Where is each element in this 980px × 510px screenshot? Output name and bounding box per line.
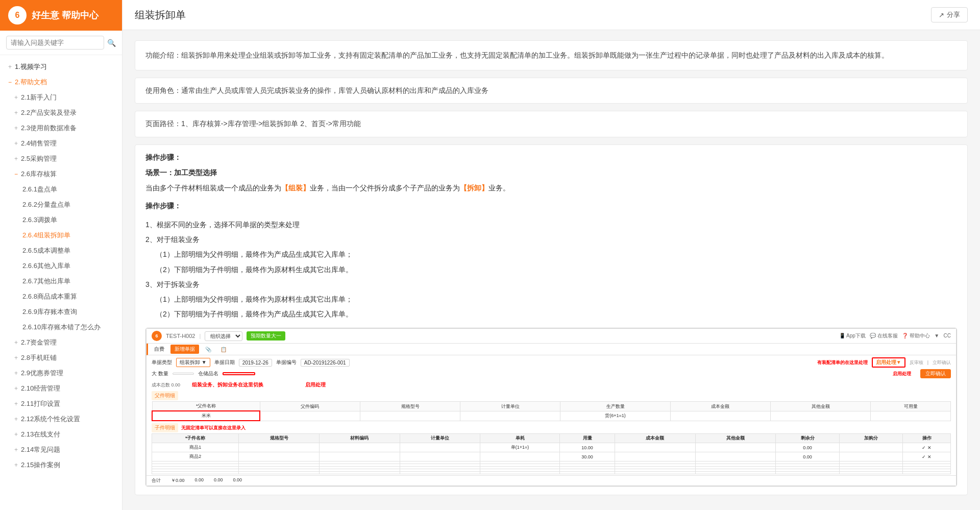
annotation-switch: 组装业务、拆卸业务在这里切换 — [192, 382, 263, 387]
sidebar-item-finance[interactable]: + 2.7资金管理 — [0, 335, 122, 350]
sidebar-item-purchase[interactable]: + 2.5采购管理 — [0, 151, 122, 166]
expand-icon: + — [14, 354, 18, 361]
sidebar-item-operations[interactable]: + 2.10经营管理 — [0, 381, 122, 396]
sidebar-item-label: 2.1新手入门 — [21, 93, 57, 102]
scene1-desc: 当由多个子件材料组装成一个成品的业务为【组装】业务，当由一个父件拆分成多个子产品… — [145, 182, 957, 195]
sidebar-item-label: 2.13在线支付 — [21, 430, 60, 439]
app-new-btn[interactable]: 预期数量大一 — [247, 331, 285, 341]
form-type-value[interactable]: 组装拆卸 ▼ — [176, 358, 210, 367]
app-tab-icon2[interactable]: 📋 — [217, 346, 230, 353]
sidebar-item-docs[interactable]: − 2.帮助文档 — [0, 75, 122, 90]
sidebar-item-label: 2.7资金管理 — [21, 338, 57, 347]
sidebar-item-payment[interactable]: + 2.13在线支付 — [0, 427, 122, 442]
sidebar-item-install[interactable]: + 2.2产品安装及登录 — [0, 105, 122, 120]
page-title: 组装拆卸单 — [135, 8, 186, 22]
main-content-area: 组装拆卸单 ↗ 分享 功能介绍：组装拆卸单用来处理企业组装或拆卸等加工业务，支持… — [122, 0, 980, 510]
th-unit: 计量单位 — [460, 402, 560, 411]
sidebar-item-sales[interactable]: + 2.4销售管理 — [0, 136, 122, 151]
footer-total-label: 合计 — [152, 477, 161, 484]
app-code: TEST-H002 — [166, 333, 195, 339]
sidebar-item-label: 2.帮助文档 — [15, 78, 47, 87]
form-extra1: | — [927, 360, 928, 365]
sidebar-item-newbie[interactable]: + 2.1新手入门 — [0, 90, 122, 105]
sidebar-item-mobile[interactable]: + 2.8手机旺铺 — [0, 350, 122, 366]
app-tab-home[interactable]: 自费 — [151, 345, 167, 354]
search-input[interactable] — [6, 36, 104, 50]
th-qty: 生产数量 — [560, 402, 671, 411]
td-child-name-2[interactable]: 商品2 — [152, 452, 239, 462]
expand-icon: + — [14, 385, 18, 392]
sidebar-item-stock-ledger[interactable]: 2.6.9库存账本查询 — [0, 304, 122, 320]
expand-icon: + — [8, 63, 12, 70]
form-date-value[interactable]: 2019-12-26 — [239, 359, 272, 367]
td-child-name-1[interactable]: 商品1 — [152, 443, 239, 452]
th-parent-code: 父件编码 — [260, 402, 360, 411]
sidebar-item-other-outbound[interactable]: 2.6.7其他出库单 — [0, 274, 122, 289]
screenshot-container: 6 TEST-H002 | 组织选择 预期数量大一 📱 App下载 💬 在线客服… — [145, 328, 957, 487]
form-qty-input[interactable] — [173, 373, 194, 375]
sidebar-item-label: 2.5采购管理 — [21, 154, 57, 163]
sidebar: 6 好生意 帮助中心 🔍 + 1.视频学习 − 2.帮助文档 + 2.1新手入门… — [0, 0, 122, 510]
role-card: 使用角色：通常由生产人员或库管人员完成拆装业务的操作，库管人员确认原材料的出库和… — [135, 78, 968, 104]
expand-icon: + — [14, 462, 18, 469]
th-remain: 剩余分 — [776, 434, 840, 443]
sidebar-item-cases[interactable]: + 2.15操作案例 — [0, 457, 122, 473]
td-unit — [460, 411, 560, 421]
form-type-label: 单据类型 — [152, 359, 172, 366]
share-button[interactable]: ↗ 分享 — [931, 7, 968, 22]
sidebar-item-label: 2.8手机旺铺 — [21, 353, 57, 362]
app-org-selector[interactable]: 组织选择 — [205, 331, 242, 341]
sidebar-item-label: 2.6库存核算 — [21, 169, 57, 179]
steps-section: 操作步骤： 场景一：加工类型选择 当由多个子件材料组装成一个成品的业务为【组装】… — [135, 144, 968, 496]
row-ops-2[interactable]: ✓ ✕ — [922, 454, 932, 459]
sidebar-item-label: 2.11打印设置 — [21, 399, 60, 408]
td-parent-name[interactable]: 米米 — [152, 411, 260, 421]
app-tab-new[interactable]: 新增单据 — [170, 345, 199, 354]
sidebar-item-data-prep[interactable]: + 2.3使用前数据准备 — [0, 120, 122, 136]
sidebar-item-print[interactable]: + 2.11打印设置 — [0, 396, 122, 411]
th-cost: 成本金额 — [670, 402, 770, 411]
table-row: 商品2 30.00 0.00 ✓ ✕ — [152, 452, 951, 462]
form-qty-label: 大 数量 — [152, 370, 168, 377]
sidebar-item-cost-adj[interactable]: 2.6.5成本调整单 — [0, 243, 122, 258]
sidebar-item-label: 2.6.4组装拆卸单 — [22, 231, 70, 240]
sidebar-item-stocktake[interactable]: 2.6.1盘点单 — [0, 182, 122, 197]
annotation-activate2: 启用处理 — [305, 382, 326, 387]
form-save-btn[interactable]: 立即确认 — [920, 369, 951, 378]
th-child-name: *子件名称 — [152, 434, 239, 443]
sidebar-item-label: 2.6.5成本调整单 — [22, 246, 70, 255]
form-warehouse-input[interactable] — [223, 372, 255, 375]
row-ops-1[interactable]: ✓ ✕ — [922, 445, 932, 450]
lower-table-header: 子件明细 无固定清单可以直接在这里录入 — [152, 423, 951, 432]
lower-table: *子件名称 规格型号 材料编码 计量单位 单耗 用量 成本金额 其他金额 剩余分 — [152, 433, 951, 474]
sidebar-item-coupon[interactable]: + 2.9优惠券管理 — [0, 366, 122, 381]
expand-icon: + — [14, 94, 18, 101]
step2: 2、对于组装业务 — [145, 233, 957, 246]
form-row: 单据类型 组装拆卸 ▼ 单据日期 2019-12-26 单据编号 AD-2019… — [152, 357, 951, 368]
step2-sub1: （1）上部明细为父件明细，最终作为产成品生成其它入库单； — [145, 248, 957, 261]
sidebar-item-customize[interactable]: + 2.12系统个性化设置 — [0, 411, 122, 427]
sidebar-item-other-inbound[interactable]: 2.6.6其他入库单 — [0, 258, 122, 274]
intro-card: 功能介绍：组装拆卸单用来处理企业组装或拆卸等加工业务，支持有固定装配清单的产品加… — [135, 40, 968, 70]
app-nav-bar: 自费 新增单据 📎 📋 — [146, 344, 956, 355]
search-icon[interactable]: 🔍 — [107, 39, 116, 47]
form-activate-btn[interactable]: 启用处理▼ — [872, 357, 905, 368]
sidebar-item-cost-recalc[interactable]: 2.6.8商品成本重算 — [0, 289, 122, 304]
td-remain-1: 0.00 — [776, 443, 840, 452]
app-footer: 合计 ￥0.00 0.00 0.00 0.00 — [146, 475, 956, 485]
td-cost — [670, 411, 770, 421]
sidebar-item-label: 2.6.6其他入库单 — [22, 261, 70, 271]
sidebar-item-faq[interactable]: + 2.14常见问题 — [0, 442, 122, 457]
sidebar-item-assembly[interactable]: 2.6.4组装拆卸单 — [0, 228, 122, 243]
sidebar-item-label: 2.6.8商品成本重算 — [22, 292, 77, 301]
sidebar-item-part-stocktake[interactable]: 2.6.2分量盘点单 — [0, 197, 122, 212]
sidebar-item-video[interactable]: + 1.视频学习 — [0, 59, 122, 75]
form-review-btn[interactable]: 反审核 — [910, 359, 923, 366]
sidebar-item-ledger-fix[interactable]: 2.6.10库存账本错了怎么办 — [0, 320, 122, 335]
form-confirm-btn[interactable]: 立即确认 — [933, 359, 951, 366]
sidebar-item-inventory[interactable]: − 2.6库存核算 — [0, 166, 122, 182]
search-box: 🔍 — [0, 31, 122, 55]
sidebar-item-transfer[interactable]: 2.6.3调拨单 — [0, 212, 122, 228]
app-tab-icon1[interactable]: 📎 — [202, 346, 214, 353]
form-area: 单据类型 组装拆卸 ▼ 单据日期 2019-12-26 单据编号 AD-2019… — [146, 355, 956, 380]
